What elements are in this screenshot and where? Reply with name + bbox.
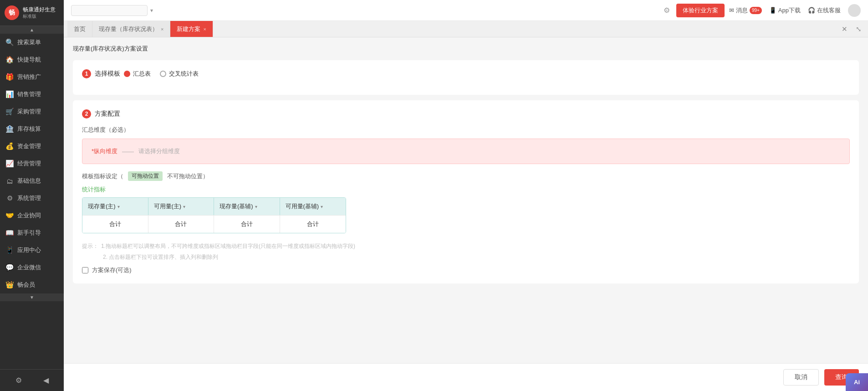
page-title: 现存量(库存状况表)方案设置 xyxy=(73,45,859,53)
stat-header-col1[interactable]: 现存量(主) ▾ xyxy=(82,198,148,215)
sidebar-item-label: 经营管理 xyxy=(17,159,41,168)
radio-cross-dot xyxy=(160,71,166,77)
radio-summary-table[interactable]: 汇总表 xyxy=(124,70,151,78)
settings-icon[interactable]: ⚙ xyxy=(14,374,24,386)
tabbar: 首页 现存量（库存状况表） × 新建方案 × ✕ ⤡ xyxy=(64,21,868,37)
sidebar-item-basic[interactable]: 🗂 基础信息 xyxy=(0,172,64,190)
sidebar-scroll-up[interactable]: ▲ xyxy=(0,26,64,34)
chevron-down-icon[interactable]: ▾ xyxy=(150,7,153,14)
close-panel-button[interactable]: ✕ xyxy=(839,24,850,34)
bank-icon: 🏦 xyxy=(5,125,14,133)
dimension-placeholder: 请选择分组维度 xyxy=(138,147,180,155)
sidebar-item-wechat[interactable]: 💬 企业微信 xyxy=(0,259,64,276)
hints-section: 提示： 1.拖动标题栏可以调整布局，不可跨维度或指标区域拖动栏目字段(只能在同一… xyxy=(82,241,850,262)
indicator-settings-label: 模板指标设定（ 可拖动位置 不可拖动位置） xyxy=(82,171,850,181)
stat-body-col3: 合计 xyxy=(214,215,280,233)
message-badge: 99+ xyxy=(750,7,762,14)
col2-chevron[interactable]: ▾ xyxy=(183,204,185,209)
tab-new-plan-close[interactable]: × xyxy=(203,26,206,32)
radio-summary-dot xyxy=(124,71,130,77)
tabbar-actions: ✕ ⤡ xyxy=(839,24,864,34)
topbar-gear-icon[interactable]: ⚙ xyxy=(662,4,672,16)
stat-header-col2[interactable]: 可用量(主) ▾ xyxy=(148,198,214,215)
sidebar-logo: 畅 畅康通好生意 标准版 xyxy=(0,0,64,26)
operations-icon: 📈 xyxy=(5,159,14,168)
stat-header-col3[interactable]: 现存量(基辅) ▾ xyxy=(214,198,280,215)
info-icon: 🗂 xyxy=(5,177,14,185)
sidebar-item-apps[interactable]: 📱 应用中心 xyxy=(0,242,64,259)
sidebar-item-nav[interactable]: 🏠 快捷导航 xyxy=(0,51,64,68)
step1-title: 选择模板 xyxy=(95,70,120,78)
sidebar-item-operations[interactable]: 📈 经营管理 xyxy=(0,155,64,172)
stat-body-col4: 合计 xyxy=(280,215,346,233)
vertical-dim-label: *纵向维度 xyxy=(92,147,117,155)
step2-header: 2 方案配置 xyxy=(82,109,850,118)
cancel-button[interactable]: 取消 xyxy=(783,369,819,386)
sidebar-item-guide[interactable]: 📖 新手引导 xyxy=(0,224,64,242)
sidebar-item-search[interactable]: 🔍 搜索菜单 xyxy=(0,34,64,51)
col1-chevron[interactable]: ▾ xyxy=(117,204,120,209)
message-icon: ✉ xyxy=(729,7,734,14)
collapse-icon[interactable]: ◀ xyxy=(41,374,51,386)
member-icon: 👑 xyxy=(5,281,14,289)
tab-inventory-label: 现存量（库存状况表） xyxy=(99,25,158,33)
stat-table-header: 现存量(主) ▾ 可用量(主) ▾ 现存量(基辅) ▾ 可用量(基辅) xyxy=(82,198,346,215)
sidebar-item-label: 销售管理 xyxy=(17,90,41,98)
tab-inventory[interactable]: 现存量（库存状况表） × xyxy=(92,21,170,37)
template-radio-group: 汇总表 交叉统计表 xyxy=(124,70,199,78)
sidebar-item-label: 基础信息 xyxy=(17,177,41,185)
chart-icon: 📊 xyxy=(5,90,14,98)
sidebar-scroll-down[interactable]: ▼ xyxy=(0,293,64,301)
radio-summary-label: 汇总表 xyxy=(133,70,151,78)
stat-header-col4[interactable]: 可用量(基辅) ▾ xyxy=(280,198,346,215)
sidebar-item-label: 采购管理 xyxy=(17,108,41,116)
col4-label: 可用量(基辅) xyxy=(286,202,319,211)
ai-fab-button[interactable]: Ai xyxy=(846,373,868,391)
app-name: 畅康通好生意 xyxy=(23,6,56,14)
sidebar-item-label: 应用中心 xyxy=(17,246,41,254)
sidebar-item-marketing[interactable]: 🎁 营销推广 xyxy=(0,68,64,86)
app-download-button[interactable]: 📱 App下载 xyxy=(769,6,801,15)
customer-service-button[interactable]: 🎧 在线客服 xyxy=(808,6,841,15)
user-avatar[interactable] xyxy=(848,4,861,17)
save-checkbox[interactable] xyxy=(82,267,88,273)
sidebar-item-inventory[interactable]: 🏦 库存核算 xyxy=(0,120,64,138)
col4-chevron[interactable]: ▾ xyxy=(321,204,323,209)
sidebar-item-label: 系统管理 xyxy=(17,194,41,202)
tab-inventory-close[interactable]: × xyxy=(161,26,163,32)
sidebar-item-system[interactable]: ⚙ 系统管理 xyxy=(0,190,64,207)
sidebar-item-member[interactable]: 👑 畅会员 xyxy=(0,276,64,293)
col1-label: 现存量(主) xyxy=(88,202,116,211)
trial-button[interactable]: 体验行业方案 xyxy=(676,4,725,17)
sidebar-item-label: 新手引导 xyxy=(17,229,41,237)
sidebar-item-collab[interactable]: 🤝 企业协同 xyxy=(0,207,64,224)
topbar-search-input[interactable] xyxy=(71,5,148,16)
money-icon: 💰 xyxy=(5,142,14,150)
message-button[interactable]: ✉ 消息 99+ xyxy=(729,6,762,15)
expand-panel-button[interactable]: ⤡ xyxy=(853,24,864,34)
sidebar-item-purchase[interactable]: 🛒 采购管理 xyxy=(0,103,64,120)
radio-cross-table[interactable]: 交叉统计表 xyxy=(160,70,199,78)
tab-new-plan-label: 新建方案 xyxy=(177,25,200,33)
dimension-box[interactable]: *纵向维度 —— 请选择分组维度 xyxy=(82,139,850,164)
gear-icon: ⚙ xyxy=(5,194,14,202)
stat-table-body: 合计 合计 合计 合计 xyxy=(82,215,346,233)
sidebar-item-sales[interactable]: 📊 销售管理 xyxy=(0,86,64,103)
sidebar-item-label: 营销推广 xyxy=(17,73,41,81)
tab-home[interactable]: 首页 xyxy=(67,21,92,37)
phone-icon: 📱 xyxy=(769,7,776,14)
sidebar-item-label: 畅会员 xyxy=(17,281,35,289)
col2-label: 可用量(主) xyxy=(154,202,182,211)
step1-header: 1 选择模板 汇总表 交叉统计表 xyxy=(82,69,850,78)
sidebar-item-finance[interactable]: 💰 资金管理 xyxy=(0,138,64,155)
footer: 取消 查询 xyxy=(64,363,868,391)
dimension-divider: —— xyxy=(122,148,134,155)
collab-icon: 🤝 xyxy=(5,211,14,220)
summary-dim-label: 汇总维度（必选） xyxy=(82,126,850,134)
tab-new-plan[interactable]: 新建方案 × xyxy=(170,21,213,37)
stat-label: 统计指标 xyxy=(82,185,850,194)
topbar-right: ✉ 消息 99+ 📱 App下载 🎧 在线客服 xyxy=(729,4,861,17)
guide-icon: 📖 xyxy=(5,229,14,237)
indicator-section: 模板指标设定（ 可拖动位置 不可拖动位置） 统计指标 现存量(主) ▾ 可用量(… xyxy=(82,171,850,262)
col3-chevron[interactable]: ▾ xyxy=(255,204,257,209)
